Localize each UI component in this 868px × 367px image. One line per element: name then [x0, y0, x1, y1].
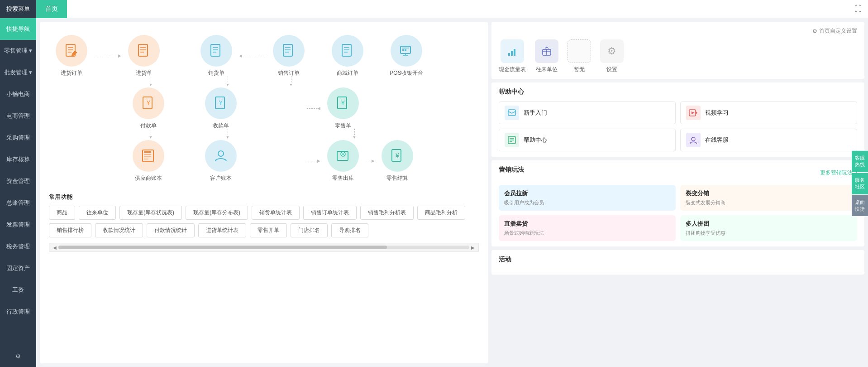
purchase-order-label: 进货订单 [61, 69, 82, 77]
func-btn-receipt-stats[interactable]: 收款情况统计 [95, 223, 143, 237]
sidebar-item-wholesale[interactable]: 批发管理 ▾ [0, 62, 36, 83]
func-btn-retail-order[interactable]: 零售开单 [250, 223, 287, 237]
scroll-thumb[interactable] [58, 246, 387, 249]
sidebar-item-ecommerce-small[interactable]: 小畅电商 [0, 83, 36, 105]
tab-home[interactable]: 首页 [36, 0, 67, 18]
retail-settlement-icon: ¥ [382, 140, 413, 172]
quick-nav-panel: 进货订单 ▶ [40, 22, 488, 363]
sidebar-item-ecommerce-mgmt[interactable]: 电商管理 [0, 105, 36, 127]
func-btn-sales-margin[interactable]: 销售毛利分析表 [360, 206, 414, 220]
sidebar-item-salary[interactable]: 工资 [0, 279, 36, 301]
member-title: 会员拉新 [504, 189, 670, 198]
scroll-left-arrow[interactable]: ◀ [51, 245, 58, 250]
v-conn-row-2-3: ▼ ▼ ▼ [49, 129, 479, 140]
help-item-video[interactable]: 视频学习 [680, 101, 857, 124]
fullscreen-icon[interactable]: ⛶ [853, 4, 863, 14]
help-item-online-service[interactable]: 在线客服 [680, 129, 857, 151]
float-btn-community[interactable]: 服务社区 [852, 173, 868, 194]
node-payment[interactable]: ¥ 付款单 [126, 87, 171, 130]
func-btn-sales-stats[interactable]: 销货单统计表 [252, 206, 300, 220]
help-item-beginner[interactable]: 新手入门 [499, 101, 676, 124]
help-item-help[interactable]: 帮助中心 [499, 129, 676, 151]
sidebar-item-label: 采购管理 [6, 134, 30, 142]
svg-text:¥: ¥ [395, 152, 399, 159]
mall-order-icon [332, 35, 363, 67]
help-center-label: 帮助中心 [524, 136, 547, 144]
sidebar-item-label: 固定资产 [6, 264, 30, 272]
node-customer-account[interactable]: 客户账本 [198, 140, 243, 182]
quick-icon-vendor[interactable]: 往来单位 [535, 39, 558, 73]
node-retail-settlement[interactable]: ¥ 零售结算 [375, 140, 420, 182]
sidebar-item-more[interactable]: 行政管理 [0, 301, 36, 323]
sidebar-item-fixed-assets[interactable]: 固定资产 [0, 257, 36, 279]
quick-icon-cash-flow[interactable]: 现金流量表 [499, 39, 526, 73]
v-conn-row-1-2: ▼ ▼ ▼ [49, 76, 479, 87]
func-btn-payment-stats[interactable]: 付款情况统计 [147, 223, 195, 237]
func-btn-vendor[interactable]: 往来单位 [79, 206, 116, 220]
payment-label: 付款单 [140, 122, 157, 130]
func-btn-goods-margin[interactable]: 商品毛利分析 [417, 206, 465, 220]
purchase-receipt-label: 进货单 [136, 69, 152, 77]
sidebar-item-inventory[interactable]: 库存核算 [0, 149, 36, 170]
live-title: 直播卖货 [504, 220, 670, 228]
marketing-card-member[interactable]: 会员拉新 吸引用户成为会员 [499, 185, 676, 211]
sidebar-item-label: 小畅电商 [6, 90, 30, 98]
node-retail-order[interactable]: ¥ 零售单 [320, 87, 366, 130]
node-purchase-receipt[interactable]: 进货单 [121, 35, 167, 77]
none-label: 暂无 [574, 66, 585, 73]
quick-icons-header: ⚙ 首页自定义设置 [499, 27, 857, 35]
receipt-icon: ¥ [205, 87, 237, 119]
sidebar-item-label: 零售管理 ▾ [4, 47, 33, 55]
node-supplier-account[interactable]: 供应商账本 [126, 140, 171, 182]
svg-rect-38 [337, 151, 348, 160]
marketing-card-group[interactable]: 多人拼团 拼团购物享受优惠 [680, 215, 857, 241]
diagram-row-1: 进货订单 ▶ [49, 35, 479, 76]
svg-rect-35 [144, 156, 151, 157]
svg-rect-4 [138, 44, 148, 56]
sales-order-label: 销售订单 [278, 69, 300, 77]
marketing-card-live[interactable]: 直播卖货 场景式购物新玩法 [499, 215, 676, 241]
node-pos[interactable]: POS收银开台 [384, 35, 429, 77]
func-btn-inventory-dist[interactable]: 现存量(库存分布表) [186, 206, 248, 220]
scroll-track[interactable] [58, 246, 469, 249]
node-purchase-order[interactable]: 进货订单 [49, 35, 94, 77]
activity-title: 活动 [499, 256, 857, 264]
customer-account-label: 客户账本 [210, 174, 232, 182]
func-btn-store-rank[interactable]: 门店排名 [291, 223, 328, 237]
sidebar-item-tax[interactable]: 税务管理 [0, 236, 36, 257]
node-sales-order[interactable]: 销售订单 [266, 35, 311, 77]
sidebar-item-funds[interactable]: 资金管理 [0, 170, 36, 192]
sidebar-gear-icon[interactable]: ⚙ [0, 345, 36, 367]
sidebar-item-quick-nav[interactable]: 快捷导航 [0, 18, 36, 40]
none-icon-box [568, 39, 591, 63]
node-mall-order[interactable]: 商城订单 [325, 35, 370, 77]
sidebar-item-invoice[interactable]: 发票管理 [0, 214, 36, 236]
quick-icon-settings[interactable]: ⚙ 设置 [600, 39, 624, 73]
node-sales-receipt[interactable]: 销货单 [194, 35, 239, 77]
quick-icon-none[interactable]: 暂无 [568, 39, 591, 73]
sidebar-item-general-ledger[interactable]: 总账管理 [0, 192, 36, 214]
float-btn-desktop[interactable]: 桌面快捷 [852, 195, 868, 216]
func-btn-inventory-status[interactable]: 现存量(库存状况表) [119, 206, 182, 220]
func-btn-purchase-stats[interactable]: 进货单统计表 [198, 223, 246, 237]
horizontal-scrollbar[interactable]: ◀ ▶ [49, 243, 479, 252]
sidebar-bottom: ⚙ [0, 345, 36, 367]
scroll-right-arrow[interactable]: ▶ [469, 245, 477, 250]
func-btn-guide-rank[interactable]: 导购排名 [331, 223, 368, 237]
func-btn-sales-order-stats[interactable]: 销售订单统计表 [303, 206, 357, 220]
settings-label: 设置 [606, 66, 617, 73]
group-desc: 拼团购物享受优惠 [686, 230, 852, 237]
svg-rect-45 [508, 53, 510, 56]
func-btn-sales-rank[interactable]: 销售排行榜 [49, 223, 91, 237]
sidebar: 快捷导航 零售管理 ▾ 批发管理 ▾ 小畅电商 电商管理 采购管理 库存核算 资… [0, 18, 36, 367]
search-menu-button[interactable]: 搜索菜单 [0, 0, 36, 18]
marketing-card-fission[interactable]: 裂变分销 裂变式发展分销商 [680, 185, 857, 211]
node-receipt[interactable]: ¥ 收款单 [198, 87, 243, 130]
node-retail-outbound[interactable]: 零售出库 [320, 140, 366, 182]
func-btn-goods[interactable]: 商品 [49, 206, 75, 220]
customize-link[interactable]: ⚙ 首页自定义设置 [812, 27, 857, 35]
sidebar-item-purchase[interactable]: 采购管理 [0, 127, 36, 149]
customer-account-icon [205, 140, 237, 172]
sidebar-item-retail[interactable]: 零售管理 ▾ [0, 40, 36, 62]
float-btn-customer-service[interactable]: 客服热线 [852, 151, 868, 172]
